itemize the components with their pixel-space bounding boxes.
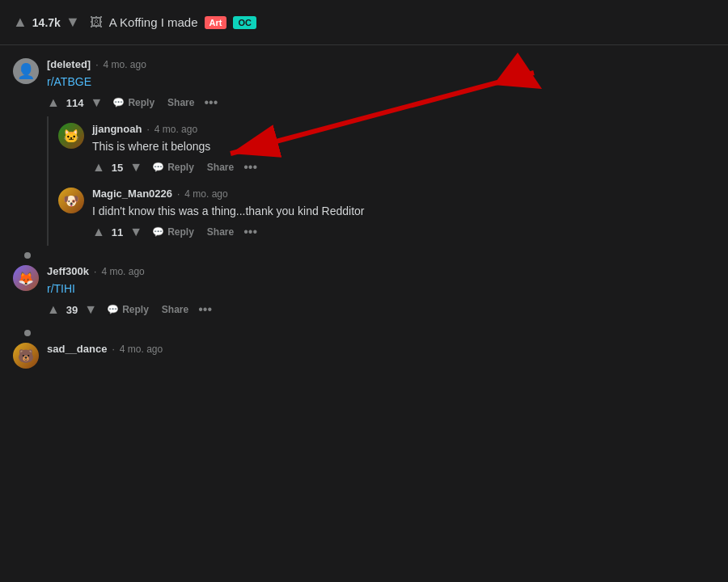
downvote-icon[interactable]: ▼: [66, 14, 80, 31]
avatar-jjangnoah: 🐱: [58, 123, 84, 149]
header-bar: ▲ 14.7k ▼ 🖼 A Koffing I made Art OC: [0, 0, 728, 45]
nested-comment-1-1-reply-label: Reply: [167, 162, 194, 173]
comment-2-subreddit-link[interactable]: r/TIHI: [47, 282, 75, 295]
comment-icon-3: 💬: [152, 226, 164, 238]
nested-comment-1-2-time: 4 mo. ago: [184, 188, 227, 200]
comment-3-time: 4 mo. ago: [120, 344, 163, 355]
vote-count: 14.7k: [32, 16, 61, 29]
comment-1-downvote[interactable]: ▼: [91, 95, 104, 110]
comment-thread-3: 🐻 sad__dance · 4 mo. ago: [13, 336, 715, 375]
avatar-deleted: 👤: [13, 58, 39, 84]
nested-comment-1-2-username[interactable]: Magic_Man0226: [92, 188, 172, 200]
avatar-magic-man: 🐶: [58, 188, 84, 213]
nested-comment-1-2-meta: Magic_Man0226 · 4 mo. ago: [92, 188, 715, 200]
thread-separator-2: [24, 330, 31, 336]
avatar-jeff300k: 🦊: [13, 265, 39, 291]
upvote-icon[interactable]: ▲: [13, 14, 28, 31]
nested-comment-1-1-votes: 15: [112, 162, 123, 174]
comment-2-more-button[interactable]: •••: [198, 302, 212, 317]
comment-thread-2: 🦊 Jeff300k · 4 mo. ago r/TIHI ▲ 39 ▼ 💬 R…: [13, 259, 715, 323]
comment-1-more-button[interactable]: •••: [204, 95, 218, 110]
nested-comment-1-1-more-button[interactable]: •••: [243, 160, 257, 175]
nested-comment-1-1-reply-button[interactable]: 💬 Reply: [149, 160, 197, 175]
nested-comment-1-1-username[interactable]: jjangnoah: [92, 123, 142, 135]
comment-3: 🐻 sad__dance · 4 mo. ago: [13, 336, 715, 375]
avatar-sad-dance: 🐻: [13, 343, 39, 369]
nested-comment-1-1-share-label: Share: [207, 162, 234, 173]
comment-1-share-label: Share: [167, 97, 194, 108]
comment-2-actions: ▲ 39 ▼ 💬 Reply Share •••: [47, 302, 715, 317]
comments-section: 👤 [deleted] · 4 mo. ago r/ATBGE ▲ 114 ▼ …: [0, 45, 728, 388]
nested-comment-1-1-time: 4 mo. ago: [154, 124, 197, 135]
nested-comment-1-2-votes: 11: [112, 226, 123, 238]
post-vote-section: ▲ 14.7k ▼: [13, 14, 80, 31]
nested-comment-1-2-downvote[interactable]: ▼: [129, 225, 142, 239]
comment-thread-1: 👤 [deleted] · 4 mo. ago r/ATBGE ▲ 114 ▼ …: [13, 52, 715, 246]
nested-comment-1-2-body: Magic_Man0226 · 4 mo. ago I didn't know …: [92, 188, 715, 239]
nested-comment-1-2-reply-button[interactable]: 💬 Reply: [149, 225, 197, 239]
nested-comment-1-2-text: I didn't know this was a thing...thank y…: [92, 203, 715, 220]
comment-1-actions: ▲ 114 ▼ 💬 Reply Share •••: [47, 95, 715, 110]
nested-comment-1-1-actions: ▲ 15 ▼ 💬 Reply Share •••: [92, 160, 715, 175]
comment-2-meta: Jeff300k · 4 mo. ago: [47, 265, 715, 277]
comment-icon-2: 💬: [152, 162, 164, 173]
comment-icon: 💬: [112, 97, 125, 108]
comment-2-body: Jeff300k · 4 mo. ago r/TIHI ▲ 39 ▼ 💬 Rep…: [47, 265, 715, 317]
nested-comment-1-1-share-button[interactable]: Share: [204, 160, 237, 175]
comment-2: 🦊 Jeff300k · 4 mo. ago r/TIHI ▲ 39 ▼ 💬 R…: [13, 259, 715, 323]
nested-comment-1-1: 🐱 jjangnoah · 4 mo. ago This is where it…: [58, 116, 715, 181]
nested-comment-1-2-upvote[interactable]: ▲: [92, 225, 105, 239]
nested-comment-1-1-body: jjangnoah · 4 mo. ago This is where it b…: [92, 123, 715, 175]
comment-1-username[interactable]: [deleted]: [47, 58, 91, 70]
nested-comment-1-1-meta: jjangnoah · 4 mo. ago: [92, 123, 715, 135]
nested-comment-1-2-share-label: Share: [207, 226, 234, 238]
nested-comment-1-1-text: This is where it belongs: [92, 138, 715, 155]
comment-2-downvote[interactable]: ▼: [84, 302, 97, 317]
badge-art[interactable]: Art: [205, 16, 227, 29]
nested-comment-1-2-actions: ▲ 11 ▼ 💬 Reply Share •••: [92, 225, 715, 239]
nested-comment-1-2: 🐶 Magic_Man0226 · 4 mo. ago I didn't kno…: [58, 181, 715, 246]
nested-comment-1-1-downvote[interactable]: ▼: [129, 160, 142, 175]
comment-1-text: r/ATBGE: [47, 74, 715, 91]
comment-3-body: sad__dance · 4 mo. ago: [47, 343, 715, 369]
nested-comments-1: 🐱 jjangnoah · 4 mo. ago This is where it…: [47, 116, 715, 246]
comment-3-username[interactable]: sad__dance: [47, 343, 107, 355]
comment-2-share-label: Share: [162, 304, 188, 315]
nested-comment-1-2-share-button[interactable]: Share: [204, 225, 237, 239]
nested-comment-1-2-reply-label: Reply: [167, 226, 194, 238]
comment-1-time: 4 mo. ago: [104, 59, 146, 70]
comment-1-timestamp: ·: [95, 59, 98, 70]
gallery-icon: 🖼: [90, 15, 103, 30]
comment-2-upvote[interactable]: ▲: [47, 302, 60, 317]
comment-2-share-button[interactable]: Share: [159, 302, 192, 317]
comment-3-meta: sad__dance · 4 mo. ago: [47, 343, 715, 355]
comment-2-reply-button[interactable]: 💬 Reply: [104, 302, 152, 317]
badge-oc[interactable]: OC: [233, 16, 256, 29]
comment-2-text: r/TIHI: [47, 280, 715, 297]
nested-comment-1-1-upvote[interactable]: ▲: [92, 160, 105, 175]
comment-2-votes: 39: [66, 304, 78, 316]
thread-separator: [24, 252, 31, 259]
comment-1-share-button[interactable]: Share: [164, 95, 197, 110]
post-title-area: 🖼 A Koffing I made Art OC: [90, 15, 256, 30]
comment-1-body: [deleted] · 4 mo. ago r/ATBGE ▲ 114 ▼ 💬 …: [47, 58, 715, 110]
post-title: A Koffing I made: [109, 15, 198, 29]
comment-1-reply-button[interactable]: 💬 Reply: [109, 95, 158, 110]
comment-2-time: 4 mo. ago: [101, 266, 144, 277]
comment-1-votes: 114: [66, 97, 84, 109]
nested-comment-1-2-more-button[interactable]: •••: [243, 225, 257, 239]
comment-1-reply-label: Reply: [128, 97, 154, 108]
comment-2-username[interactable]: Jeff300k: [47, 265, 89, 277]
comment-2-reply-label: Reply: [122, 304, 149, 315]
comment-1: 👤 [deleted] · 4 mo. ago r/ATBGE ▲ 114 ▼ …: [13, 52, 715, 116]
comment-1-upvote[interactable]: ▲: [47, 95, 60, 110]
comment-icon-4: 💬: [107, 304, 119, 315]
comment-1-subreddit-link[interactable]: r/ATBGE: [47, 75, 91, 88]
comment-1-meta: [deleted] · 4 mo. ago: [47, 58, 715, 70]
